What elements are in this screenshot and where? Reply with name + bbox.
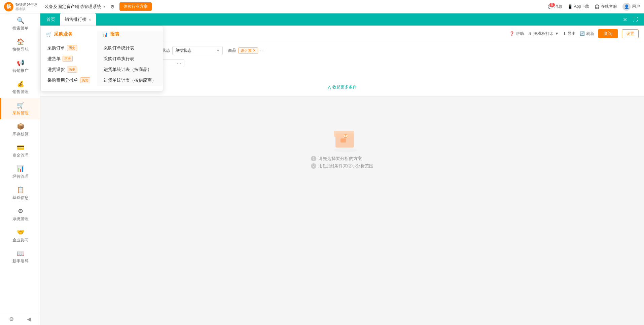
refresh-btn[interactable]: 🔄 刷新 bbox=[580, 31, 594, 37]
box-icon: 📦 bbox=[17, 123, 24, 130]
report4-label: 进货单统计表（按供应商） bbox=[104, 77, 156, 83]
cart-icon: 🛒 bbox=[17, 101, 24, 109]
history-badge-1: 历史 bbox=[63, 56, 73, 62]
sidebar-item-marketing[interactable]: 📢 营销推广 bbox=[0, 56, 40, 77]
purchase-section-title: 🛒 采购业务 bbox=[46, 31, 92, 39]
sidebar-item-label: 快捷导航 bbox=[12, 47, 29, 52]
query-btn[interactable]: 查询 bbox=[598, 29, 618, 38]
sidebar: 🔍 搜索菜单 🏠 快捷导航 📢 营销推广 💰 销售管理 🛒 采购管理 📦 库存核… bbox=[0, 13, 40, 325]
help-icon: ❓ bbox=[509, 31, 514, 36]
top-bar-right: 💬 8 消息 📱 App下载 🎧 在线客服 👤 用户 bbox=[548, 3, 640, 11]
tab-actions: ✕ ⛶ bbox=[621, 16, 643, 24]
sidebar-collapse-btn[interactable]: ◀ bbox=[27, 316, 31, 322]
tab-maximize-btn[interactable]: ⛶ bbox=[631, 16, 640, 23]
settings-icon[interactable]: ⚙ bbox=[109, 3, 117, 11]
svg-point-0 bbox=[334, 148, 357, 152]
tip1-text: 请先选择要分析的方案 bbox=[318, 156, 362, 162]
svg-rect-3 bbox=[341, 138, 346, 143]
gear-icon: ⚙ bbox=[18, 207, 23, 215]
sidebar-settings-btn[interactable]: ⚙ bbox=[9, 316, 14, 322]
dropdown-item-purchase-order[interactable]: 采购订单 历史 bbox=[46, 43, 92, 53]
status-select[interactable]: 单据状态 ▼ bbox=[172, 46, 223, 55]
purchase-order-label: 采购订单 bbox=[47, 45, 65, 51]
tab-sales-ranking[interactable]: 销售排行榜 ✕ bbox=[60, 13, 96, 26]
salesperson-ellipsis-btn[interactable]: ··· bbox=[177, 61, 181, 66]
collapse-icon: ⋀ bbox=[328, 85, 331, 90]
headset-icon: 🎧 bbox=[595, 4, 600, 9]
chart-icon: 📊 bbox=[17, 165, 24, 172]
goods-tag-close-icon[interactable]: ✕ bbox=[253, 48, 256, 53]
sidebar-item-label: 新手引导 bbox=[12, 258, 29, 264]
book-icon: 📖 bbox=[17, 250, 24, 257]
home-icon: 🏠 bbox=[17, 38, 24, 45]
sidebar-item-label: 系统管理 bbox=[12, 216, 29, 222]
sidebar-item-sales[interactable]: 💰 销售管理 bbox=[0, 77, 40, 98]
goods-label: 商品 bbox=[228, 48, 236, 53]
sidebar-item-purchase[interactable]: 🛒 采购管理 bbox=[0, 98, 40, 119]
notifications-btn[interactable]: 💬 8 消息 bbox=[548, 4, 562, 9]
export-icon: ⬇ bbox=[563, 31, 566, 36]
print-chevron-icon: ▼ bbox=[555, 31, 559, 36]
dropdown-item-inbound-return[interactable]: 进货退货 历史 bbox=[46, 64, 92, 75]
sidebar-item-label: 营销推广 bbox=[12, 68, 29, 74]
chevron-icon[interactable]: ▼ bbox=[103, 5, 106, 8]
settings-small-btn[interactable]: 设置 bbox=[622, 29, 639, 38]
sidebar-item-enterprise[interactable]: 🤝 企业协同 bbox=[0, 225, 40, 246]
step1-num: 1 bbox=[311, 156, 316, 161]
empty-illustration bbox=[329, 123, 356, 150]
dropdown-item-report-3[interactable]: 进货单统计表（按商品） bbox=[102, 64, 157, 75]
empty-tips: 1 请先选择要分析的方案 2 用[过滤]条件来缩小分析范围 bbox=[311, 154, 373, 170]
tab-home[interactable]: 首页 bbox=[42, 13, 60, 26]
user-menu-btn[interactable]: 👤 用户 bbox=[622, 3, 640, 11]
print-btn[interactable]: 🖨 按模板打印 ▼ bbox=[528, 31, 559, 37]
logo-text: 畅捷通好生意 标准版 bbox=[15, 2, 38, 11]
report1-label: 采购订单统计表 bbox=[104, 45, 134, 51]
logo-icon: 畅 bbox=[4, 2, 13, 11]
purchase-section: 🛒 采购业务 采购订单 历史 进货单 历史 进货退货 历史 采购费用分摊单 历史 bbox=[41, 31, 97, 86]
sidebar-item-funds[interactable]: 💳 资金管理 bbox=[0, 140, 40, 162]
sidebar-item-label: 采购管理 bbox=[12, 110, 29, 116]
sidebar-item-label: 资金管理 bbox=[12, 153, 29, 158]
online-service-btn[interactable]: 🎧 在线客服 bbox=[595, 4, 617, 9]
refresh-icon: 🔄 bbox=[580, 31, 585, 36]
sidebar-item-operations[interactable]: 📊 经营管理 bbox=[0, 162, 40, 183]
goods-tag: 设计素 ✕ bbox=[238, 47, 258, 54]
clipboard-icon: 📋 bbox=[17, 186, 24, 194]
handshake-icon: 🤝 bbox=[17, 229, 24, 236]
dropdown-item-inbound[interactable]: 进货单 历史 bbox=[46, 53, 92, 64]
goods-ellipsis-btn[interactable]: ··· bbox=[260, 48, 265, 53]
app-download-btn[interactable]: 📱 App下载 bbox=[568, 4, 589, 9]
sidebar-item-label: 销售管理 bbox=[12, 89, 29, 95]
dropdown-item-report-1[interactable]: 采购订单统计表 bbox=[102, 43, 157, 53]
sidebar-item-guide[interactable]: 📖 新手引导 bbox=[0, 246, 40, 268]
history-badge-3: 历史 bbox=[80, 77, 90, 83]
tab-close-window-btn[interactable]: ✕ bbox=[621, 16, 629, 24]
help-btn[interactable]: ❓ 帮助 bbox=[509, 31, 524, 37]
tab-home-label: 首页 bbox=[46, 16, 55, 23]
industry-btn[interactable]: 体验行业方案 bbox=[119, 2, 152, 11]
sidebar-item-label: 企业协同 bbox=[12, 237, 29, 243]
step2-num: 2 bbox=[311, 163, 316, 169]
sidebar-item-search[interactable]: 🔍 搜索菜单 bbox=[0, 13, 40, 35]
report3-label: 进货单统计表（按商品） bbox=[104, 67, 152, 73]
dropdown-item-purchase-expense[interactable]: 采购费用分摊单 历史 bbox=[46, 75, 92, 86]
tab-close-icon[interactable]: ✕ bbox=[88, 18, 91, 22]
sidebar-item-base-info[interactable]: 📋 基础信息 bbox=[0, 183, 40, 204]
tip2-text: 用[过滤]条件来缩小分析范围 bbox=[318, 163, 373, 169]
top-bar: 畅 畅捷通好生意 标准版 装备及固定资产辅助管理系统 ▼ ⚙ 体验行业方案 💬 … bbox=[0, 0, 644, 13]
dropdown-item-report-2[interactable]: 采购订单执行表 bbox=[102, 53, 157, 64]
export-btn[interactable]: ⬇ 导出 bbox=[563, 31, 576, 37]
sidebar-item-inventory[interactable]: 📦 库存核算 bbox=[0, 119, 40, 140]
dropdown-item-report-4[interactable]: 进货单统计表（按供应商） bbox=[102, 75, 157, 86]
top-bar-center: 装备及固定资产辅助管理系统 ▼ ⚙ 体验行业方案 bbox=[44, 2, 548, 11]
sidebar-item-quick-nav[interactable]: 🏠 快捷导航 bbox=[0, 35, 40, 56]
logo-area: 畅 畅捷通好生意 标准版 bbox=[4, 2, 44, 11]
history-badge-0: 历史 bbox=[67, 45, 77, 51]
sidebar-bottom: ⚙ ◀ bbox=[0, 313, 40, 325]
print-icon: 🖨 bbox=[528, 31, 532, 36]
report2-label: 采购订单执行表 bbox=[104, 56, 134, 62]
system-title: 装备及固定资产辅助管理系统 ▼ bbox=[44, 4, 106, 10]
purchase-dropdown-menu: 🛒 采购业务 采购订单 历史 进货单 历史 进货退货 历史 采购费用分摊单 历史… bbox=[40, 26, 163, 91]
sidebar-item-label: 基础信息 bbox=[12, 195, 29, 201]
sidebar-item-system[interactable]: ⚙ 系统管理 bbox=[0, 204, 40, 225]
